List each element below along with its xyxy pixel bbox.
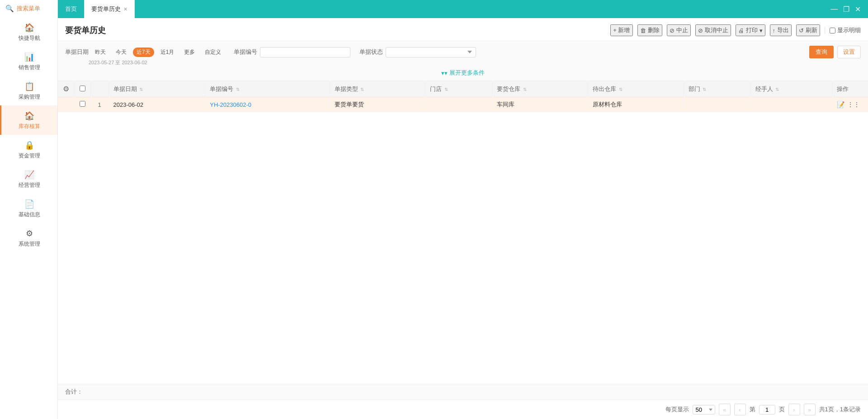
refresh-button[interactable]: ↺ 刷新 xyxy=(796,24,820,36)
col-req-warehouse-sort[interactable]: ⇅ xyxy=(523,87,527,92)
row-type: 要货单要货 xyxy=(330,97,425,112)
row-checkbox[interactable] xyxy=(80,101,85,107)
row-department xyxy=(684,97,750,112)
new-button[interactable]: + 新增 xyxy=(610,24,632,36)
sidebar-item-quick-nav[interactable]: 🏠 快捷导航 xyxy=(0,17,57,47)
inventory-icon: 🏠 xyxy=(24,111,34,121)
sidebar-item-label: 采购管理 xyxy=(19,93,40,101)
expand-icon: ▾▾ xyxy=(441,70,448,76)
date-btn-custom[interactable]: 自定义 xyxy=(201,48,225,57)
date-btn-more[interactable]: 更多 xyxy=(180,48,198,57)
table-header-row: ⚙ 单据日期 ⇅ 单据编号 ⇅ xyxy=(58,81,868,97)
sidebar-item-operations[interactable]: 📈 经营管理 xyxy=(0,164,57,194)
col-type-label: 单据类型 xyxy=(335,86,358,92)
query-button[interactable]: 查询 xyxy=(809,46,834,58)
print-dropdown-icon: ▾ xyxy=(760,27,763,34)
print-button[interactable]: 🖨 打印 ▾ xyxy=(736,24,765,36)
date-btn-7days[interactable]: 近7天 xyxy=(133,48,154,57)
row-date: 2023-06-02 xyxy=(108,97,205,112)
date-range-display: 2023-05-27 至 2023-06-02 xyxy=(65,59,861,66)
col-action: 操作 xyxy=(832,81,868,97)
row-store xyxy=(425,97,492,112)
col-store-label: 门店 xyxy=(430,86,442,92)
prev-page-btn[interactable]: ‹ xyxy=(734,404,746,415)
date-btn-yesterday[interactable]: 昨天 xyxy=(91,48,109,57)
date-btn-today[interactable]: 今天 xyxy=(112,48,130,57)
page-title: 要货单历史 xyxy=(65,25,106,36)
window-restore-icon[interactable]: ❐ xyxy=(843,5,849,14)
settings-button[interactable]: 设置 xyxy=(837,46,861,58)
col-settings: ⚙ xyxy=(58,81,74,97)
col-store-sort[interactable]: ⇅ xyxy=(444,87,448,92)
sum-label: 合计： xyxy=(65,388,83,395)
new-label: + 新增 xyxy=(613,26,630,34)
display-detail-checkbox[interactable] xyxy=(830,28,835,33)
date-btn-1month[interactable]: 近1月 xyxy=(157,48,178,57)
sidebar-item-label: 系统管理 xyxy=(19,240,40,248)
select-all-checkbox[interactable] xyxy=(80,86,85,91)
window-min-icon[interactable]: — xyxy=(830,5,838,13)
query-label: 查询 xyxy=(816,48,827,56)
topbar-right: — ❐ ✕ xyxy=(830,5,868,14)
sidebar-item-system[interactable]: ⚙ 系统管理 xyxy=(0,223,57,252)
main-area: 首页 要货单历史 ✕ — ❐ ✕ 要货单历史 + 新增 🗑 删除 xyxy=(58,0,868,419)
col-pending-warehouse-sort[interactable]: ⇅ xyxy=(619,87,623,92)
col-number-sort[interactable]: ⇅ xyxy=(236,87,240,92)
row-edit-icon[interactable]: 📝 xyxy=(837,101,844,108)
purchase-icon: 📋 xyxy=(24,81,34,91)
export-button[interactable]: ↑ 导出 xyxy=(770,24,792,36)
sidebar-item-inventory[interactable]: 🏠 库存核算 xyxy=(0,105,57,135)
per-page-select[interactable]: 10 20 50 100 xyxy=(693,405,715,414)
display-detail-checkbox-label[interactable]: 显示明细 xyxy=(830,26,861,34)
row-num: 1 xyxy=(90,97,108,112)
sales-icon: 📊 xyxy=(24,52,34,62)
expand-label: 展开更多条件 xyxy=(449,69,485,77)
col-handler-sort[interactable]: ⇅ xyxy=(775,87,779,92)
col-number: 单据编号 ⇅ xyxy=(205,81,330,97)
row-more-icon[interactable]: ⋮⋮ xyxy=(847,101,860,108)
row-pending-warehouse: 原材料仓库 xyxy=(588,97,684,112)
col-date-label: 单据日期 xyxy=(113,86,137,92)
content-area: 要货单历史 + 新增 🗑 删除 ⊘ 中止 ⊘ 取消中止 🖨 xyxy=(58,18,868,419)
cancel-stop-button[interactable]: ⊘ 取消中止 xyxy=(695,24,731,36)
doc-number-link[interactable]: YH-20230602-0 xyxy=(210,101,251,108)
export-icon: ↑ xyxy=(773,27,776,34)
status-label: 单据状态 xyxy=(359,48,383,56)
sidebar-item-sales[interactable]: 📊 销售管理 xyxy=(0,47,57,76)
first-page-btn[interactable]: « xyxy=(719,404,731,415)
sidebar-search[interactable]: 🔍 搜索菜单 xyxy=(0,0,57,17)
tab-home[interactable]: 首页 xyxy=(58,0,84,18)
col-date-sort[interactable]: ⇅ xyxy=(139,87,143,92)
filter-row: 单据日期 昨天 今天 近7天 近1月 更多 自定义 单据编号 单据状态 xyxy=(65,46,861,58)
col-pending-warehouse: 待出仓库 ⇅ xyxy=(588,81,684,97)
row-settings-cell xyxy=(58,97,74,112)
col-department-label: 部门 xyxy=(689,86,700,92)
sidebar-item-finance[interactable]: 🔒 资金管理 xyxy=(0,135,57,164)
col-type-sort[interactable]: ⇅ xyxy=(360,87,364,92)
sidebar-item-label: 销售管理 xyxy=(19,64,40,71)
last-page-btn[interactable]: » xyxy=(804,404,816,415)
filter-buttons: 查询 设置 xyxy=(809,46,861,58)
col-req-warehouse: 要货仓库 ⇅ xyxy=(492,81,588,97)
table-settings-icon[interactable]: ⚙ xyxy=(63,85,69,93)
next-page-btn[interactable]: › xyxy=(788,404,800,415)
tab-close-icon[interactable]: ✕ xyxy=(123,6,127,12)
sidebar-item-purchase[interactable]: 📋 采购管理 xyxy=(0,76,57,105)
search-icon: 🔍 xyxy=(5,5,14,13)
tab-requisition-history[interactable]: 要货单历史 ✕ xyxy=(84,0,135,18)
basic-icon: 📄 xyxy=(24,199,34,209)
delete-icon: 🗑 xyxy=(640,27,646,34)
tab-home-label: 首页 xyxy=(65,5,77,13)
per-page-label: 每页显示 xyxy=(665,405,689,414)
col-department-sort[interactable]: ⇅ xyxy=(703,87,706,92)
stop-button[interactable]: ⊘ 中止 xyxy=(667,24,691,36)
filter-area: 单据日期 昨天 今天 近7天 近1月 更多 自定义 单据编号 单据状态 xyxy=(58,41,868,81)
delete-button[interactable]: 🗑 删除 xyxy=(637,24,662,36)
doc-number-input[interactable] xyxy=(260,47,350,57)
page-input[interactable] xyxy=(759,405,775,414)
sidebar-item-basic[interactable]: 📄 基础信息 xyxy=(0,194,57,223)
expand-more-btn[interactable]: ▾▾ 展开更多条件 xyxy=(65,69,861,77)
status-select[interactable] xyxy=(386,47,476,57)
sidebar: 🔍 搜索菜单 🏠 快捷导航 📊 销售管理 📋 采购管理 🏠 库存核算 🔒 资金管… xyxy=(0,0,58,419)
window-close-icon[interactable]: ✕ xyxy=(855,5,861,14)
